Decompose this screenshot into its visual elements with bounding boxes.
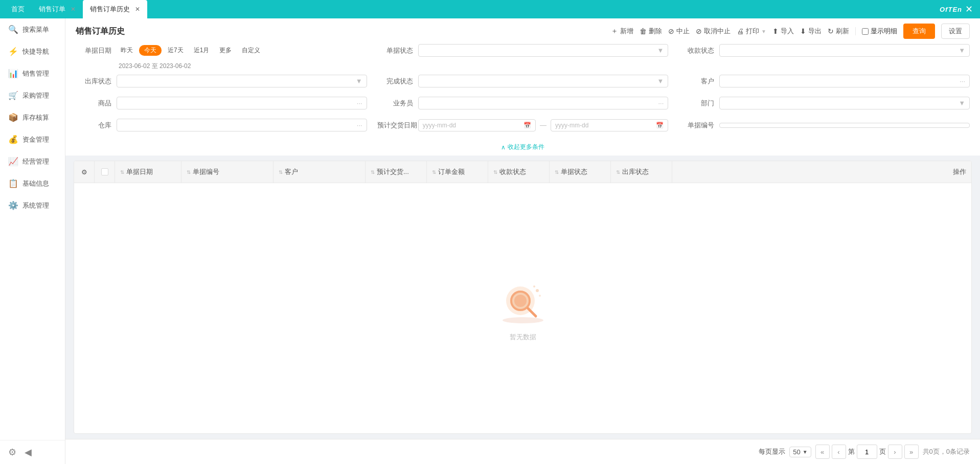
- page-size-arrow: ▼: [803, 449, 808, 455]
- date-opt-yesterday[interactable]: 昨天: [117, 45, 137, 56]
- th-checkbox[interactable]: [95, 161, 115, 183]
- page-title-row: 销售订单历史 ＋ 新增 🗑 删除 ⊘ 中止 ⊘: [76, 24, 970, 44]
- order-status-select[interactable]: ▼: [418, 44, 669, 57]
- page-title: 销售订单历史: [76, 26, 125, 37]
- stop-icon: ⊘: [668, 27, 674, 35]
- tab-sales-order-history[interactable]: 销售订单历史 ✕: [83, 0, 147, 18]
- customer-dots-icon: ···: [960, 77, 965, 85]
- date-opt-today[interactable]: 今天: [139, 45, 162, 56]
- next-page-btn[interactable]: ›: [888, 445, 902, 459]
- sidebar-item-search[interactable]: 🔍 搜索菜单: [0, 18, 65, 40]
- customer-input[interactable]: ···: [719, 75, 970, 87]
- first-page-btn[interactable]: «: [815, 445, 830, 459]
- tab-home[interactable]: 首页: [4, 0, 32, 18]
- page-size-select[interactable]: 50 ▼: [789, 447, 811, 457]
- system-icon: ⚙️: [8, 201, 18, 210]
- filter-department: 部门 ▼: [678, 97, 970, 109]
- delivery-date-start[interactable]: yyyy-mm-dd 📅: [418, 119, 536, 131]
- order-number-input[interactable]: [719, 123, 970, 128]
- product-dots-icon: ···: [357, 99, 362, 107]
- tab-sales-order-history-close[interactable]: ✕: [135, 6, 140, 13]
- print-icon: 🖨: [737, 27, 744, 35]
- settings-bottom-icon[interactable]: ⚙: [8, 447, 16, 458]
- delete-button[interactable]: 🗑 删除: [640, 27, 662, 36]
- filter-grid-row4: 仓库 ··· 预计交货日期 yyyy-mm-dd 📅 —: [76, 119, 970, 137]
- date-opt-more[interactable]: 更多: [215, 45, 236, 56]
- export-button[interactable]: ⬇ 导出: [800, 27, 822, 36]
- import-icon: ⬆: [772, 27, 779, 35]
- department-select[interactable]: ▼: [719, 97, 970, 109]
- filter-delivery-date: 预计交货日期 yyyy-mm-dd 📅 — yyyy-mm-dd 📅: [377, 119, 669, 131]
- filter-order-status: 单据状态 ▼: [377, 44, 669, 57]
- salesperson-dots-icon: ···: [658, 99, 664, 107]
- date-range-text: 2023-06-02 至 2023-06-02: [119, 62, 191, 71]
- page-input[interactable]: [857, 445, 877, 459]
- refresh-icon: ↻: [828, 27, 834, 35]
- sidebar-item-system[interactable]: ⚙️ 系统管理: [0, 194, 65, 216]
- date-opt-7days[interactable]: 近7天: [164, 45, 188, 56]
- header-checkbox[interactable]: [101, 168, 108, 175]
- add-icon: ＋: [611, 27, 618, 36]
- complete-status-select[interactable]: ▼: [418, 75, 669, 87]
- stock-status-select[interactable]: ▼: [117, 75, 367, 87]
- add-button[interactable]: ＋ 新增: [611, 27, 633, 36]
- tab-sales-order[interactable]: 销售订单 ✕: [32, 0, 83, 18]
- date-opt-1month[interactable]: 近1月: [190, 45, 214, 56]
- show-detail-checkbox[interactable]: 显示明细: [862, 27, 897, 36]
- date-options: 昨天 今天 近7天 近1月 更多 自定义: [117, 45, 264, 56]
- delivery-date-end[interactable]: yyyy-mm-dd 📅: [551, 119, 668, 131]
- sidebar-item-finance[interactable]: 💰 资金管理: [0, 128, 65, 150]
- svg-point-0: [503, 317, 543, 323]
- sidebar-item-quicknav[interactable]: ⚡ 快捷导航: [0, 40, 65, 62]
- sidebar-item-basic-info[interactable]: 📋 基础信息: [0, 172, 65, 194]
- sidebar-item-operations[interactable]: 📈 经营管理: [0, 150, 65, 172]
- warehouse-dots-icon: ···: [357, 121, 362, 129]
- th-amount[interactable]: ⇅ 订单金额: [427, 161, 488, 183]
- collapse-sidebar-icon[interactable]: ◀: [25, 447, 32, 458]
- th-settings[interactable]: ⚙: [74, 161, 95, 183]
- collapse-bar[interactable]: ∧ 收起更多条件: [76, 141, 970, 156]
- sidebar-item-purchase[interactable]: 🛒 采购管理: [0, 84, 65, 106]
- th-date[interactable]: ⇅ 单据日期: [115, 161, 181, 183]
- page-label: 页: [879, 447, 886, 456]
- order-number-label: 单据编号: [678, 121, 719, 130]
- th-stock-status[interactable]: ⇅ 出库状态: [611, 161, 672, 183]
- tab-sales-order-close[interactable]: ✕: [71, 6, 76, 13]
- stop-button[interactable]: ⊘ 中止: [668, 27, 690, 36]
- warehouse-input[interactable]: ···: [117, 119, 367, 131]
- prev-page-btn[interactable]: ‹: [832, 445, 846, 459]
- inventory-icon: 📦: [8, 113, 18, 122]
- refresh-button[interactable]: ↻ 刷新: [828, 27, 849, 36]
- order-status-label: 单据状态: [377, 46, 418, 55]
- import-button[interactable]: ⬆ 导入: [772, 27, 794, 36]
- setting-button[interactable]: 设置: [941, 24, 970, 39]
- th-delivery[interactable]: ⇅ 预计交货...: [366, 161, 427, 183]
- product-input[interactable]: ···: [117, 97, 367, 109]
- th-pay-status[interactable]: ⇅ 收款状态: [488, 161, 550, 183]
- page-total: 共0页，0条记录: [923, 447, 970, 456]
- th-order-status[interactable]: ⇅ 单据状态: [550, 161, 611, 183]
- salesperson-input[interactable]: ···: [418, 97, 669, 109]
- filter-product: 商品 ···: [76, 97, 367, 109]
- filter-date: 单据日期 昨天 今天 近7天 近1月 更多 自定义: [76, 44, 367, 57]
- filter-stock-status: 出库状态 ▼: [76, 75, 367, 87]
- payment-status-label: 收款状态: [678, 46, 719, 55]
- th-number[interactable]: ⇅ 单据编号: [181, 161, 274, 183]
- export-icon: ⬇: [800, 27, 806, 35]
- payment-status-select[interactable]: ▼: [719, 44, 970, 57]
- stock-status-label: 出库状态: [76, 77, 117, 86]
- cancel-stop-button[interactable]: ⊘ 取消中止: [696, 27, 731, 36]
- sidebar-item-inventory[interactable]: 📦 库存核算: [0, 106, 65, 128]
- calendar-start-icon: 📅: [523, 122, 531, 129]
- customer-label: 客户: [678, 77, 719, 86]
- search-icon: 🔍: [8, 25, 18, 34]
- show-detail-input[interactable]: [862, 28, 869, 35]
- th-customer[interactable]: ⇅ 客户: [274, 161, 366, 183]
- sort-number-icon: ⇅: [187, 169, 191, 175]
- window-close-btn[interactable]: ✕: [962, 4, 976, 15]
- print-button[interactable]: 🖨 打印 ▼: [737, 27, 766, 36]
- query-button[interactable]: 查询: [903, 24, 935, 39]
- last-page-btn[interactable]: »: [904, 445, 919, 459]
- date-opt-custom[interactable]: 自定义: [238, 45, 264, 56]
- sidebar-item-sales[interactable]: 📊 销售管理: [0, 62, 65, 84]
